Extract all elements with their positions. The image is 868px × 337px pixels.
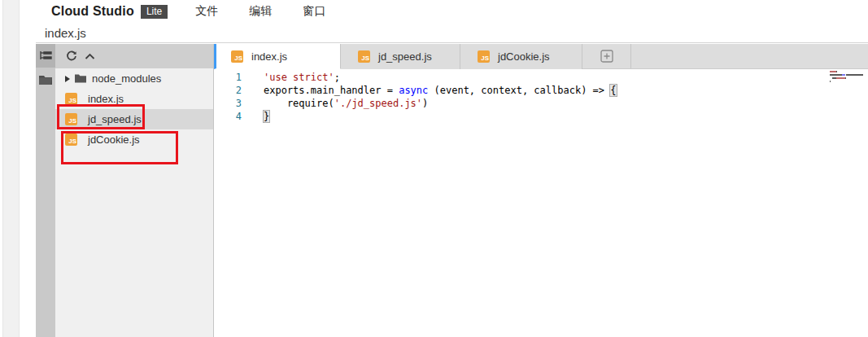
js-file-icon: JS	[231, 50, 243, 63]
expand-triangle-icon[interactable]	[65, 76, 70, 82]
js-file-icon: JS	[65, 93, 77, 105]
app-logo: Cloud Studio	[51, 4, 134, 19]
code-editor[interactable]: 1'use strict';2exports.main_handler = as…	[214, 69, 868, 337]
minimap-line	[830, 77, 867, 79]
line-number: 3	[214, 97, 253, 110]
token-brace-match: {	[610, 85, 616, 96]
explorer-toolbar	[55, 44, 213, 68]
menu-item-1[interactable]: 编辑	[249, 4, 272, 19]
cloud-studio-app: Cloud Studio Lite 文件编辑窗口 index.js	[36, 0, 868, 337]
token-plain: exports.main_handler =	[264, 85, 399, 96]
tab-bar: JSindex.jsJSjd_speed.jsJSjdCookie.js	[214, 44, 868, 69]
file-explorer: node_modulesJSindex.jsJSjd_speed.jsJSjdC…	[55, 44, 213, 337]
menu-list: 文件编辑窗口	[195, 4, 356, 19]
tab-jd-speed-js[interactable]: JSjd_speed.js	[341, 44, 460, 69]
code-line-4[interactable]: 4}	[214, 110, 868, 123]
tab-index-js[interactable]: JSindex.js	[214, 44, 341, 69]
main-content: node_modulesJSindex.jsJSjd_speed.jsJSjdC…	[36, 44, 868, 337]
code-text: require('./jd_speed.js')	[253, 97, 428, 110]
window-titlebar: index.js	[36, 23, 868, 43]
token-plain: )	[422, 98, 428, 109]
menu-item-2[interactable]: 窗口	[303, 4, 325, 19]
tab-label: jd_speed.js	[378, 50, 432, 63]
token-keyword: async	[399, 85, 428, 96]
tab-jdcookie-js[interactable]: JSjdCookie.js	[460, 44, 582, 69]
activity-bar	[36, 44, 55, 337]
token-plain: (event, context, callback) =>	[428, 85, 610, 96]
tab-label: index.js	[251, 50, 287, 63]
menubar: Cloud Studio Lite 文件编辑窗口	[36, 0, 868, 23]
annotation-box-jd-speed	[57, 104, 145, 129]
file-label: index.js	[88, 93, 124, 105]
code-text: 'use strict';	[253, 71, 340, 84]
folder-icon	[75, 74, 86, 83]
file-label: node_modules	[92, 72, 161, 85]
new-tab-button[interactable]	[582, 44, 631, 68]
code-text: }	[253, 110, 269, 123]
token-plain: require(	[264, 98, 334, 109]
collapse-up-icon[interactable]	[85, 53, 95, 60]
plus-square-icon	[600, 50, 613, 63]
refresh-icon[interactable]	[66, 50, 77, 62]
code-lines: 1'use strict';2exports.main_handler = as…	[214, 69, 868, 123]
line-number: 2	[214, 84, 253, 97]
tab-label: jdCookie.js	[498, 50, 550, 63]
token-string: './jd_speed.js'	[334, 98, 422, 109]
lite-badge: Lite	[141, 5, 168, 19]
minimap[interactable]	[830, 71, 867, 84]
minimap-line	[830, 71, 867, 72]
minimap-line	[830, 81, 867, 82]
code-line-1[interactable]: 1'use strict';	[214, 71, 868, 84]
editor-zone: JSindex.jsJSjd_speed.jsJSjdCookie.js 1'u…	[213, 44, 868, 337]
file-row-node-modules[interactable]: node_modules	[55, 68, 213, 89]
code-line-2[interactable]: 2exports.main_handler = async (event, co…	[214, 84, 868, 97]
code-text: exports.main_handler = async (event, con…	[253, 84, 617, 97]
window-title: index.js	[45, 26, 86, 40]
line-number: 4	[214, 110, 253, 123]
minimap-line	[830, 74, 867, 76]
outline-tree-icon[interactable]	[36, 44, 55, 68]
line-number: 1	[214, 71, 253, 84]
annotation-box-jdcookie	[61, 131, 178, 164]
js-file-icon: JS	[358, 50, 370, 63]
token-string: 'use strict'	[264, 72, 334, 83]
code-line-3[interactable]: 3 require('./jd_speed.js')	[214, 97, 868, 110]
token-brace-match: }	[264, 111, 269, 122]
token-plain: ;	[334, 72, 340, 83]
menu-item-0[interactable]: 文件	[195, 4, 218, 19]
folder-icon[interactable]	[36, 68, 55, 91]
page-left-scrollbar[interactable]	[2, 0, 20, 337]
js-file-icon: JS	[478, 50, 490, 63]
